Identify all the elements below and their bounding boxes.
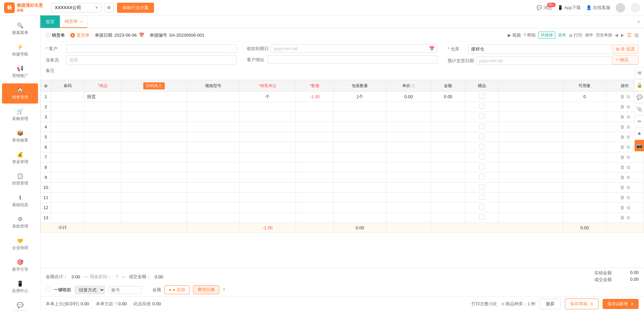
- row-product[interactable]: [84, 203, 121, 213]
- row-pkgqty[interactable]: [334, 183, 386, 193]
- row-gift[interactable]: [465, 122, 498, 132]
- row-gift[interactable]: [465, 142, 498, 152]
- row-pkgqty[interactable]: [334, 132, 386, 142]
- salesperson-input[interactable]: 选择... ...: [66, 55, 237, 65]
- col-scan[interactable]: 扫码录入: [121, 80, 187, 92]
- overdue-help-icon[interactable]: ?: [115, 302, 117, 306]
- row-barcode[interactable]: [51, 213, 84, 223]
- row-price[interactable]: [386, 162, 431, 172]
- account-dots-icon[interactable]: ...: [145, 287, 149, 293]
- row-gift[interactable]: [465, 172, 498, 183]
- row-product[interactable]: [84, 213, 121, 223]
- help-circle-icon[interactable]: ?: [116, 274, 118, 279]
- row-spec[interactable]: [187, 183, 239, 193]
- delete-icon[interactable]: 🗑: [620, 145, 624, 150]
- row-unit[interactable]: [239, 213, 296, 223]
- row-gift[interactable]: [465, 112, 498, 122]
- tab-sales-order[interactable]: 销货单 ×: [60, 15, 87, 28]
- copy-icon[interactable]: ⧉: [627, 155, 630, 160]
- row-amount[interactable]: [431, 132, 465, 142]
- row-qty[interactable]: [296, 122, 334, 132]
- col-settings[interactable]: ⚙: [41, 80, 51, 92]
- row-unit[interactable]: [239, 203, 296, 213]
- row-pkgqty[interactable]: [334, 162, 386, 172]
- sidebar-item-quicknav[interactable]: ⚡ 快捷导航: [2, 40, 38, 61]
- logistics-button[interactable]: + 物流: [612, 55, 639, 65]
- delete-icon[interactable]: 🗑: [620, 94, 624, 99]
- row-barcode[interactable]: [51, 132, 84, 142]
- delete-icon[interactable]: 🗑: [620, 215, 624, 220]
- sidebar-item-purchase[interactable]: 🛒 采购管理: [2, 105, 38, 125]
- row-price[interactable]: [386, 213, 431, 223]
- row-gift[interactable]: [465, 162, 498, 172]
- row-pkgqty[interactable]: [334, 203, 386, 213]
- fee-split-button[interactable]: 费用分摊: [193, 285, 219, 294]
- sidebar-item-collab[interactable]: 🤝 企业协同: [2, 234, 38, 254]
- row-gift[interactable]: [465, 132, 498, 142]
- delete-icon[interactable]: 🗑: [620, 124, 624, 129]
- sidebar-item-search[interactable]: 🔍 搜索菜单: [2, 19, 38, 39]
- row-qty[interactable]: [296, 203, 334, 213]
- app-download-button[interactable]: 📱 App下载: [558, 5, 581, 11]
- toolbar-video[interactable]: ▶ 视频: [508, 32, 521, 38]
- row-spec[interactable]: [187, 142, 239, 152]
- copy-icon[interactable]: ⧉: [627, 215, 630, 220]
- customer-input[interactable]: ...: [66, 44, 237, 53]
- row-barcode[interactable]: [51, 122, 84, 132]
- row-barcode[interactable]: [51, 152, 84, 162]
- row-qty[interactable]: [296, 193, 334, 203]
- row-product[interactable]: [84, 172, 121, 183]
- row-spec[interactable]: [187, 172, 239, 183]
- customer-addr-input[interactable]: ...: [267, 55, 438, 64]
- radio-sale[interactable]: 销货单: [46, 32, 65, 38]
- toolbar-print[interactable]: 🖨 打印: [569, 32, 582, 38]
- delete-icon[interactable]: 🗑: [620, 175, 624, 180]
- delete-icon[interactable]: 🗑: [620, 165, 624, 170]
- sidebar-item-finance[interactable]: 💰 资金管理: [2, 148, 38, 168]
- row-product[interactable]: [84, 162, 121, 172]
- row-spec[interactable]: [187, 203, 239, 213]
- float-btn-mail[interactable]: ✉: [635, 67, 644, 79]
- copy-icon[interactable]: ⧉: [627, 165, 630, 170]
- toolbar-history[interactable]: 历史单据: [596, 32, 612, 38]
- row-amount[interactable]: [431, 172, 465, 183]
- scan-button[interactable]: 扫码录入: [143, 82, 165, 89]
- row-gift[interactable]: [465, 92, 498, 102]
- row-pkgqty[interactable]: [334, 122, 386, 132]
- view-grid-icon[interactable]: ⊞: [634, 32, 639, 38]
- copy-icon[interactable]: ⧉: [627, 175, 630, 180]
- sidebar-item-guide[interactable]: 🎯 新手引导: [2, 256, 38, 276]
- save-draft-button[interactable]: 保存草稿 ∧: [565, 299, 599, 309]
- settings-button[interactable]: ⚙: [104, 3, 114, 12]
- product-type-icon[interactable]: ⊙: [501, 301, 504, 306]
- row-unit[interactable]: [239, 162, 296, 172]
- row-qty[interactable]: [296, 112, 334, 122]
- row-product[interactable]: 拆贡: [84, 92, 121, 102]
- radio-return[interactable]: 退货单: [70, 32, 89, 38]
- settings-side-button[interactable]: ⚙ ⚙ 设置: [612, 44, 639, 54]
- delete-icon[interactable]: 🗑: [620, 114, 624, 119]
- copy-icon[interactable]: ⧉: [627, 185, 630, 190]
- float-btn-edit[interactable]: ✏: [635, 116, 644, 127]
- row-barcode[interactable]: [51, 162, 84, 172]
- row-qty[interactable]: [296, 142, 334, 152]
- copy-icon[interactable]: ⧉: [627, 145, 630, 150]
- sidebar-item-marketing[interactable]: 📢 营销推广: [2, 62, 38, 82]
- float-btn-camera[interactable]: 📷: [635, 140, 644, 151]
- copy-icon[interactable]: ⧉: [627, 205, 630, 210]
- row-qty[interactable]: [296, 172, 334, 183]
- row-spec[interactable]: [187, 193, 239, 203]
- row-product[interactable]: [84, 122, 121, 132]
- tab-close-right[interactable]: ×: [637, 19, 640, 25]
- row-unit[interactable]: [239, 193, 296, 203]
- row-price[interactable]: [386, 193, 431, 203]
- row-gift[interactable]: [465, 102, 498, 112]
- row-spec[interactable]: [187, 112, 239, 122]
- row-amount[interactable]: [431, 142, 465, 152]
- copy-icon[interactable]: ⧉: [627, 195, 630, 200]
- due-date-input[interactable]: yyyy-mm-dd 📅: [271, 44, 438, 53]
- sidebar-item-system[interactable]: ⚙ 系统管理: [2, 212, 38, 233]
- row-unit[interactable]: [239, 132, 296, 142]
- row-gift[interactable]: [465, 213, 498, 223]
- row-price[interactable]: [386, 102, 431, 112]
